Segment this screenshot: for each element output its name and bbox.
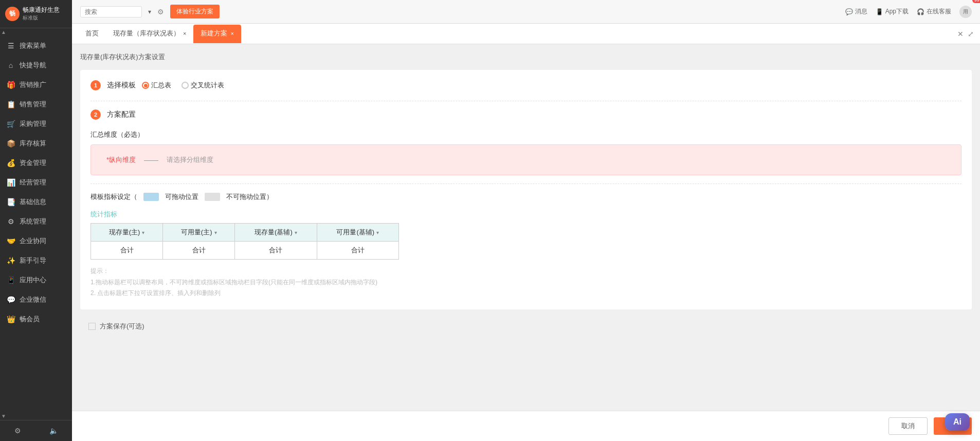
sidebar-scroll-up[interactable]: ▲: [0, 28, 72, 36]
col0-dropdown-icon[interactable]: ▾: [142, 230, 144, 235]
col1-dropdown-icon[interactable]: ▾: [214, 230, 217, 235]
tip1: 1.拖动标题栏可以调整布局，不可跨维度或指标区域拖动栏目字段(只能在同一维度或指…: [90, 277, 961, 288]
sidebar-item-enterprise[interactable]: 🤝 企业协同: [0, 231, 72, 251]
stats-col-label-3: 可用量(基辅): [336, 228, 374, 237]
sidebar-item-purchase[interactable]: 🛒 采购管理: [0, 114, 72, 134]
new-guide-icon: ✨: [6, 256, 15, 265]
sidebar-item-sales[interactable]: 📋 销售管理: [0, 95, 72, 114]
member-icon: 👑: [6, 315, 15, 323]
config-card: 1 选择模板 汇总表 交叉统计表 2 方案配置: [80, 70, 972, 309]
sidebar-item-marketing[interactable]: 🎁 营销推广: [0, 75, 72, 95]
enterprise-icon: 🤝: [6, 237, 15, 245]
wechat-icon: 💬: [6, 296, 15, 304]
operations-icon: 📊: [6, 178, 15, 187]
divider2: [90, 183, 961, 184]
logo-icon: 畅: [5, 7, 20, 21]
save-checkbox-label: 方案保存(可选): [100, 322, 144, 331]
sidebar-item-finance[interactable]: 💰 资金管理: [0, 153, 72, 173]
settings-btn[interactable]: ⚙: [10, 425, 25, 437]
stats-col-header-3[interactable]: 可用量(基辅) ▾: [317, 224, 398, 242]
sidebar-item-wechat[interactable]: 💬 企业微信: [0, 290, 72, 309]
cancel-button[interactable]: 取消: [888, 417, 928, 435]
content-area: 现存量(库存状况表)方案设置 1 选择模板 汇总表 交叉统计表: [72, 44, 980, 411]
tab-inventory-status[interactable]: 现存量（库存状况表） ×: [106, 25, 193, 43]
template-radio-group: 汇总表 交叉统计表: [142, 81, 224, 90]
message-button[interactable]: 💬 消息 99+: [845, 7, 867, 16]
stats-col-label-0: 现存量(主): [109, 228, 140, 237]
basic-info-icon: 📑: [6, 198, 15, 206]
message-badge: 99+: [972, 0, 980, 3]
sidebar: 畅 畅康通好生意 标准版 ▲ ☰ 搜索菜单 ⌂ 快捷导航 🎁 营销推广 📋 销售…: [0, 0, 72, 441]
col2-dropdown-icon[interactable]: ▾: [295, 230, 297, 235]
radio-cross[interactable]: 交叉统计表: [182, 81, 224, 90]
sidebar-item-system[interactable]: ⚙ 系统管理: [0, 212, 72, 231]
tab-new-plan-close[interactable]: ×: [230, 30, 233, 36]
tab-inventory-close[interactable]: ×: [183, 30, 186, 36]
radio-summary-indicator: [142, 82, 149, 89]
sidebar-item-quick-nav[interactable]: ⌂ 快捷导航: [0, 56, 72, 75]
sidebar-item-label: 企业协同: [20, 236, 46, 246]
step2-badge: 2: [90, 109, 101, 120]
save-checkbox[interactable]: [88, 323, 96, 330]
gear-icon[interactable]: ⚙: [157, 8, 164, 16]
radio-cross-indicator: [182, 82, 189, 89]
sidebar-item-label: 企业微信: [20, 295, 46, 304]
template-label-start: 模板指标设定（: [90, 192, 137, 201]
window-close-icon[interactable]: ✕: [957, 30, 964, 38]
sidebar-item-app-center[interactable]: 📱 应用中心: [0, 270, 72, 290]
tab-inventory-label: 现存量（库存状况表）: [113, 29, 180, 38]
stats-cell-3: 合计: [317, 242, 398, 260]
page-title: 现存量(库存状况表)方案设置: [80, 52, 972, 62]
window-expand-icon[interactable]: ⤢: [968, 30, 974, 38]
stats-col-header-2[interactable]: 现存量(基辅) ▾: [235, 224, 317, 242]
sidebar-scroll-down[interactable]: ▼: [0, 412, 72, 420]
app-download-button[interactable]: 📱 App下载: [876, 7, 909, 16]
sidebar-item-label: 营销推广: [20, 80, 46, 89]
sidebar-item-search-menu[interactable]: ☰ 搜索菜单: [0, 36, 72, 56]
sidebar-item-label: 畅会员: [20, 315, 40, 324]
sidebar-item-label: 资金管理: [20, 158, 46, 168]
inventory-icon: 📦: [6, 139, 15, 148]
sidebar-item-inventory[interactable]: 📦 库存核算: [0, 134, 72, 153]
step2-row: 2 方案配置: [90, 109, 961, 120]
sidebar-item-label: 采购管理: [20, 119, 46, 128]
stats-table-header-row: 现存量(主) ▾ 可用量(主) ▾: [91, 224, 399, 242]
sidebar-item-label: 搜索菜单: [20, 41, 46, 50]
user-avatar[interactable]: 用: [959, 6, 972, 18]
radio-summary[interactable]: 汇总表: [142, 81, 171, 90]
sidebar-item-member[interactable]: 👑 畅会员: [0, 309, 72, 329]
sidebar-item-operations[interactable]: 📊 经营管理: [0, 173, 72, 192]
footer-save-row: 方案保存(可选): [80, 316, 972, 337]
step2-title: 方案配置: [107, 110, 136, 119]
tab-home[interactable]: 首页: [78, 25, 106, 43]
search-menu-icon: ☰: [6, 42, 15, 50]
stats-col-label-2: 现存量(基辅): [255, 228, 293, 237]
ai-float-button[interactable]: Ai: [945, 413, 970, 431]
service-button[interactable]: 🎧 在线客服: [917, 7, 951, 16]
dimension-box[interactable]: *纵向维度 —— 请选择分组维度: [90, 144, 961, 175]
tab-bar: 首页 现存量（库存状况表） × 新建方案 × ✕ ⤢: [72, 24, 980, 44]
stats-table: 现存量(主) ▾ 可用量(主) ▾: [90, 223, 399, 260]
col3-dropdown-icon[interactable]: ▾: [376, 230, 379, 235]
step1-row: 1 选择模板 汇总表 交叉统计表: [90, 80, 961, 90]
search-input[interactable]: [80, 6, 142, 17]
tabs-window-controls: ✕ ⤢: [957, 30, 974, 38]
stats-col-header-0[interactable]: 现存量(主) ▾: [91, 224, 163, 242]
sidebar-item-label: 系统管理: [20, 217, 46, 226]
sidebar-item-basic-info[interactable]: 📑 基础信息: [0, 192, 72, 212]
sidebar-nav: ☰ 搜索菜单 ⌂ 快捷导航 🎁 营销推广 📋 销售管理 🛒 采购管理 📦 库存核…: [0, 36, 72, 412]
search-dropdown[interactable]: ▾: [148, 8, 151, 15]
topbar-right: 💬 消息 99+ 📱 App下载 🎧 在线客服 用: [845, 6, 972, 18]
trial-industry-button[interactable]: 体验行业方案: [170, 5, 220, 19]
system-icon: ⚙: [6, 217, 15, 226]
sidebar-item-label: 基础信息: [20, 197, 46, 207]
sidebar-item-new-guide[interactable]: ✨ 新手引导: [0, 251, 72, 270]
stats-title: 统计指标: [90, 210, 961, 219]
app-name: 畅康通好生意: [23, 6, 60, 14]
topbar: ▾ ⚙ 体验行业方案 💬 消息 99+ 📱 App下载 🎧 在线客服 用: [72, 0, 980, 24]
dimension-section-label: 汇总维度（必选）: [90, 130, 961, 139]
stats-cell-1: 合计: [163, 242, 235, 260]
stats-col-header-1[interactable]: 可用量(主) ▾: [163, 224, 235, 242]
sound-btn[interactable]: 🔈: [45, 425, 62, 437]
tab-new-plan[interactable]: 新建方案 ×: [193, 25, 241, 43]
